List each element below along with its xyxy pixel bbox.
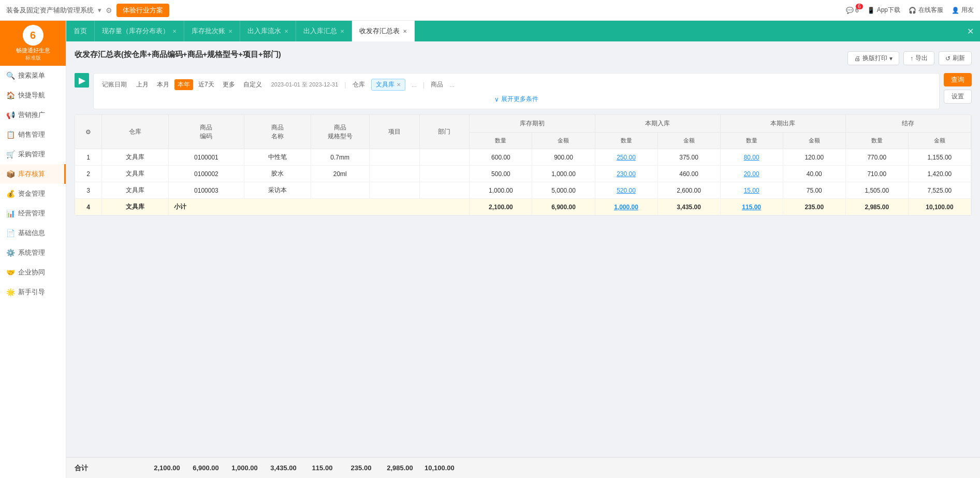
warehouse-filter-label: 仓库 [353,80,365,89]
export-button[interactable]: ↑ 导出 [903,51,934,65]
sidebar-item-operation[interactable]: 📊 经营管理 [0,204,66,223]
sidebar-item-sales[interactable]: 📋 销售管理 [0,125,66,144]
warehouse-tag-close[interactable]: ✕ [397,82,401,88]
footer-values: 2,100.00 6,900.00 1,000.00 3,435.00 115.… [109,462,460,474]
sidebar-label-marketing: 营销推广 [18,110,45,120]
settings-button[interactable]: 设置 [944,90,972,104]
footer-open-qty-val: 2,100.00 [148,462,186,474]
row3-spec [311,182,369,199]
row1-in-qty[interactable]: 250.00 [595,149,657,166]
subtotal-open-amt: 6,900.00 [532,199,595,215]
expand-more-area: ∨ 展开更多条件 [102,95,931,104]
top-bar-right: 💬 6 6 📱 App下载 🎧 在线客服 👤 用友 [846,6,974,15]
gear-icon[interactable]: ⚙ [106,6,112,15]
base-icon: 📄 [6,229,15,237]
th-in-amt: 金额 [657,133,720,149]
sidebar-item-collab[interactable]: 🤝 企业协同 [0,263,66,282]
refresh-button[interactable]: ↺ 刷新 [939,51,972,65]
th-in-qty: 数量 [595,133,657,149]
online-support-link[interactable]: 🎧 在线客服 [909,6,943,15]
app-download-link[interactable]: 📱 App下载 [867,6,900,15]
sidebar-item-search[interactable]: 🔍 搜索菜单 [0,66,66,85]
row3-in-qty[interactable]: 520.00 [595,182,657,199]
tab-batch-close[interactable]: ✕ [228,28,232,34]
shortcut-7days[interactable]: 近7天 [195,79,217,90]
row2-bal-qty: 710.00 [845,166,908,182]
subtotal-in-amt: 3,435.00 [657,199,720,215]
row2-code: 0100002 [169,166,244,182]
sidebar-label-quick: 快捷导航 [18,91,45,100]
sidebar-item-guide[interactable]: 🌟 新手引导 [0,282,66,302]
date-range-display: 2023-01-01 至 2023-12-31 [271,81,339,89]
sidebar-label-purchase: 采购管理 [18,150,45,159]
row2-in-amt: 460.00 [657,166,720,182]
table-row: 3 文具库 0100003 采访本 1,000.00 5,000.00 520.… [75,182,971,199]
main-layout: 6 畅捷通好生意 标准版 🔍 搜索菜单 🏠 快捷导航 📢 营销推广 [0,21,980,478]
tab-batch[interactable]: 库存批次账 ✕ [184,21,240,41]
row1-name: 中性笔 [244,149,311,166]
goods-more-btn[interactable]: ... [449,81,455,89]
th-opening: 库存期初 [470,115,595,133]
headset-icon: 🎧 [909,7,916,14]
tab-bar-close[interactable]: ✕ [967,26,980,36]
subtotal-out-qty[interactable]: 115.00 [720,199,783,215]
row2-open-amt: 1,000.00 [532,166,595,182]
sidebar-item-purchase[interactable]: 🛒 采购管理 [0,144,66,164]
shortcut-custom[interactable]: 自定义 [240,79,265,90]
footer-in-amt-val: 3,435.00 [264,462,303,474]
sidebar-item-system[interactable]: ⚙️ 系统管理 [0,243,66,263]
subtotal-bal-amt: 10,100.00 [908,199,971,215]
warehouse-tag-text: 文具库 [376,80,394,89]
row2-out-qty[interactable]: 20.00 [720,166,783,182]
tab-summary-close[interactable]: ✕ [340,28,344,34]
filter-divider-2: | [423,81,425,89]
row1-out-qty[interactable]: 80.00 [720,149,783,166]
sidebar-item-quick[interactable]: 🏠 快捷导航 [0,85,66,105]
date-shortcuts: 上月 本月 本年 近7天 更多 自定义 [133,79,265,90]
warehouse-tag: 文具库 ✕ [371,79,405,91]
row3-warehouse: 文具库 [102,182,169,199]
sidebar-item-finance[interactable]: 💰 资金管理 [0,184,66,204]
shortcut-this-year[interactable]: 本年 [174,79,193,90]
subtotal-in-qty[interactable]: 1,000.00 [595,199,657,215]
tab-home[interactable]: 首页 [66,21,95,41]
shortcut-last-month[interactable]: 上月 [133,79,152,90]
tab-flow[interactable]: 出入库流水 ✕ [240,21,296,41]
tab-stock-dist-close[interactable]: ✕ [172,28,177,34]
row1-dept [419,149,470,166]
query-button[interactable]: 查询 [944,73,972,86]
row1-code: 0100001 [169,149,244,166]
warehouse-more-btn[interactable]: ... [412,81,417,89]
row2-bal-amt: 1,420.00 [908,166,971,182]
expand-more-btn[interactable]: ∨ 展开更多条件 [494,95,538,104]
row3-in-amt: 2,600.00 [657,182,720,199]
th-settings[interactable]: ⚙ [75,115,102,149]
row3-open-qty: 1,000.00 [470,182,532,199]
tab-recv-send-close[interactable]: ✕ [403,28,407,34]
row3-out-qty[interactable]: 15.00 [720,182,783,199]
logo-subtitle: 标准版 [4,54,62,62]
row2-in-qty[interactable]: 230.00 [595,166,657,182]
tab-summary[interactable]: 出入库汇总 ✕ [296,21,352,41]
shortcut-more[interactable]: 更多 [220,79,238,90]
guide-icon: 🌟 [6,288,15,296]
sidebar-item-marketing[interactable]: 📢 营销推广 [0,105,66,125]
system-dropdown-icon[interactable]: ▾ [98,6,101,14]
trial-button[interactable]: 体验行业方案 [116,4,169,17]
notification-bell[interactable]: 💬 6 6 [846,7,859,14]
shortcut-this-month[interactable]: 本月 [154,79,172,90]
sidebar-item-base[interactable]: 📄 基础信息 [0,223,66,243]
sidebar-item-inventory[interactable]: 📦 库存核算 [0,164,66,184]
user-avatar-area[interactable]: 👤 用友 [952,6,974,15]
print-button[interactable]: 🖨 换版打印 ▾ [847,51,899,65]
operation-icon: 📊 [6,209,15,218]
purchase-icon: 🛒 [6,150,15,158]
user-icon: 👤 [952,7,959,14]
tab-stock-dist[interactable]: 现存量（库存分布表） ✕ [95,21,184,41]
tab-recv-send[interactable]: 收发存汇总表 ✕ [352,21,415,41]
th-bal-qty: 数量 [845,133,908,149]
tab-flow-close[interactable]: ✕ [284,28,288,34]
row1-open-qty: 600.00 [470,149,532,166]
filter-toggle-button[interactable]: ▶ [75,73,89,88]
tab-summary-label: 出入库汇总 [303,26,337,36]
